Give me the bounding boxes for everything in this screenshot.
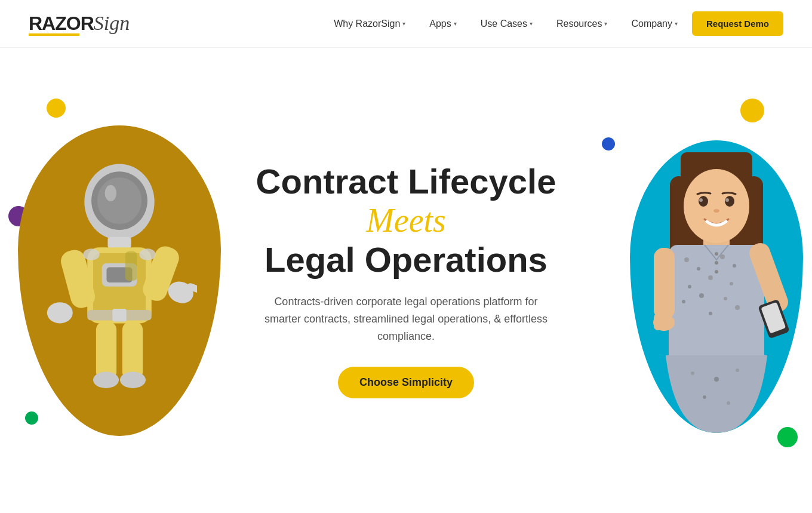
request-demo-button[interactable]: Request Demo <box>692 11 783 36</box>
woman-svg <box>633 140 800 433</box>
astronaut-svg <box>42 149 197 412</box>
svg-point-42 <box>724 297 727 300</box>
navbar: RAZOR Sign Why RazorSign ▾ Apps ▾ Use Ca… <box>0 0 812 48</box>
nav-item-apps[interactable]: Apps ▾ <box>420 14 466 34</box>
svg-point-19 <box>139 248 155 260</box>
dot-blue-mid-right <box>602 137 615 150</box>
svg-point-55 <box>691 371 694 375</box>
svg-point-46 <box>715 252 718 256</box>
nav-item-use-cases[interactable]: Use Cases ▾ <box>471 14 542 34</box>
svg-point-3 <box>105 185 117 201</box>
svg-point-38 <box>708 275 713 280</box>
svg-point-27 <box>684 169 749 243</box>
svg-point-58 <box>703 395 706 399</box>
chevron-down-icon: ▾ <box>675 20 678 27</box>
hero-subtitle: Contracts-driven corporate legal operati… <box>257 293 555 345</box>
svg-point-40 <box>730 282 733 285</box>
svg-point-56 <box>714 377 719 382</box>
hero-content: Contract Lifecycle Meets Legal Operation… <box>244 162 568 398</box>
svg-rect-15 <box>122 321 143 380</box>
svg-point-39 <box>688 285 691 288</box>
svg-point-43 <box>682 300 685 303</box>
svg-rect-49 <box>654 248 675 320</box>
svg-point-31 <box>725 198 729 202</box>
hero-left-image <box>0 48 239 513</box>
svg-point-41 <box>699 293 704 298</box>
svg-point-47 <box>715 261 718 265</box>
woman-background <box>630 140 803 433</box>
svg-point-2 <box>97 177 142 223</box>
choose-simplicity-button[interactable]: Choose Simplicity <box>338 367 474 398</box>
svg-rect-22 <box>125 251 137 281</box>
logo-sign-text: Sign <box>94 12 130 35</box>
chevron-down-icon: ▾ <box>530 20 533 27</box>
svg-point-17 <box>120 371 146 388</box>
svg-point-44 <box>735 305 740 310</box>
svg-point-45 <box>709 312 712 315</box>
astronaut-background <box>18 125 221 436</box>
svg-point-59 <box>727 401 730 405</box>
svg-point-57 <box>736 368 739 372</box>
svg-point-30 <box>699 198 703 202</box>
chevron-down-icon: ▾ <box>454 20 457 27</box>
svg-rect-4 <box>107 236 131 248</box>
svg-rect-54 <box>654 314 662 330</box>
svg-point-35 <box>697 267 700 271</box>
chevron-down-icon: ▾ <box>402 20 405 27</box>
logo-razor-text: RAZOR <box>29 13 94 35</box>
svg-point-34 <box>684 257 689 262</box>
hero-section: Contract Lifecycle Meets Legal Operation… <box>0 48 812 513</box>
svg-point-16 <box>93 371 119 388</box>
svg-point-32 <box>713 209 719 213</box>
hero-title-meets: Meets <box>256 201 556 241</box>
hero-right-image <box>621 84 812 490</box>
nav-item-resources[interactable]: Resources ▾ <box>547 14 617 34</box>
svg-rect-21 <box>112 308 126 321</box>
hero-title-line1: Contract Lifecycle <box>256 162 556 201</box>
logo[interactable]: RAZOR Sign <box>29 12 130 36</box>
svg-point-18 <box>83 248 99 260</box>
svg-point-48 <box>715 270 718 274</box>
svg-rect-14 <box>96 321 116 380</box>
svg-point-10 <box>47 302 73 323</box>
hero-title-line2: Legal Operations <box>256 241 556 279</box>
nav-item-company[interactable]: Company ▾ <box>622 14 687 34</box>
svg-point-37 <box>733 264 736 268</box>
chevron-down-icon: ▾ <box>604 20 607 27</box>
nav-item-why-razorsign[interactable]: Why RazorSign ▾ <box>324 14 415 34</box>
nav-links: Why RazorSign ▾ Apps ▾ Use Cases ▾ Resou… <box>324 11 783 36</box>
